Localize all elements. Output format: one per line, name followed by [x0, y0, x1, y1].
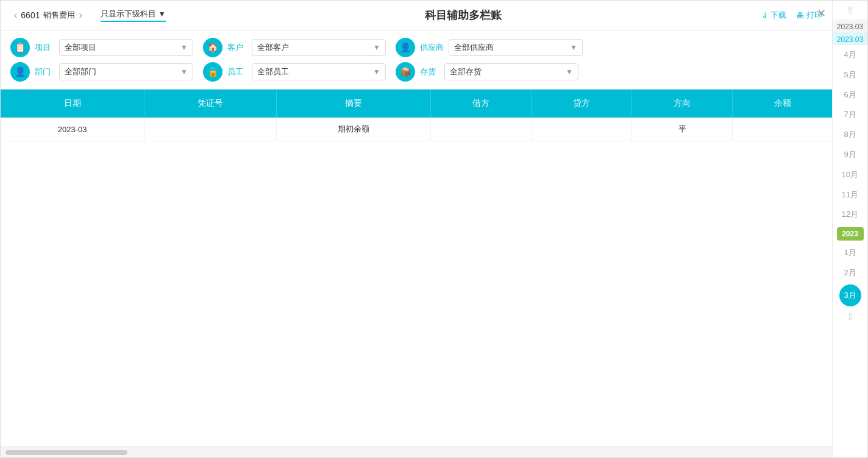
print-icon: 🖶 [796, 11, 804, 20]
month-12[interactable]: 12月 [833, 205, 867, 225]
cell-credit [531, 118, 631, 141]
prev-account-button[interactable]: ‹ [10, 9, 21, 22]
month-3-active[interactable]: 3月 [839, 284, 861, 306]
account-name: 销售费用 [43, 10, 75, 21]
cell-direction: 平 [632, 118, 733, 141]
month-nav-up-button[interactable]: ⇧ [833, 1, 867, 19]
month-navigator: ⇧ 2023.03 2023.03 4月 5月 6月 7月 8月 9月 10月 … [832, 1, 867, 458]
table-container: 日期 凭证号 摘要 借方 贷方 方向 余额 2023-03 期初余额 [1, 90, 832, 458]
content-area: ‹ 6601 销售费用 › 只显示下级科目 ▼ 科目辅助多栏账 ⇓ 下载 🖶 打… [1, 1, 867, 458]
month-2[interactable]: 2月 [833, 263, 867, 283]
col-date: 日期 [1, 90, 144, 118]
month-9[interactable]: 9月 [833, 145, 867, 165]
table-row: 2023-03 期初余额 平 [1, 118, 832, 141]
next-account-button[interactable]: › [75, 9, 85, 22]
employee-value: 全部员工 [257, 66, 289, 77]
filter-row-1: 📋 项目 全部项目 ▼ 🏠 客户 全部客户 ▼ 👤 [10, 38, 822, 57]
employee-icon: 🔒 [203, 62, 222, 82]
cell-date: 2023-03 [1, 118, 144, 141]
filter-area: 📋 项目 全部项目 ▼ 🏠 客户 全部客户 ▼ 👤 [1, 30, 832, 90]
inventory-select[interactable]: 全部存货 ▼ [444, 63, 578, 80]
col-balance: 余额 [733, 90, 832, 118]
dept-select[interactable]: 全部部门 ▼ [59, 63, 193, 80]
chevron-down-icon: ▼ [570, 43, 577, 52]
main-window: ‹ 6601 销售费用 › 只显示下级科目 ▼ 科目辅助多栏账 ⇓ 下载 🖶 打… [0, 0, 868, 458]
supplier-value: 全部供应商 [454, 42, 494, 53]
customer-value: 全部客户 [257, 42, 289, 53]
year-badge-2023[interactable]: 2023 [837, 227, 864, 241]
project-icon: 📋 [10, 38, 30, 57]
download-icon: ⇓ [761, 11, 768, 20]
horizontal-scrollbar[interactable] [1, 446, 832, 457]
supplier-label: 供应商 [420, 42, 444, 53]
project-value: 全部项目 [65, 42, 96, 53]
customer-icon: 🏠 [203, 38, 222, 57]
inventory-icon: 📦 [396, 62, 415, 82]
dept-icon: 👤 [10, 62, 30, 82]
top-bar: ‹ 6601 销售费用 › 只显示下级科目 ▼ 科目辅助多栏账 ⇓ 下载 🖶 打… [1, 1, 832, 30]
chevron-down-icon: ▼ [373, 68, 380, 76]
filter-inventory: 📦 存货 全部存货 ▼ [396, 62, 578, 82]
page-title: 科目辅助多栏账 [166, 8, 761, 23]
dept-value: 全部部门 [65, 66, 96, 77]
month-1[interactable]: 1月 [833, 243, 867, 263]
month-nav-down-button[interactable]: ⇩ [833, 308, 867, 326]
month-11[interactable]: 11月 [833, 185, 867, 205]
col-summary: 摘要 [276, 90, 430, 118]
inventory-label: 存货 [420, 66, 439, 77]
col-voucher: 凭证号 [144, 90, 276, 118]
supplier-icon: 👤 [396, 38, 415, 57]
month-5[interactable]: 5月 [833, 65, 867, 85]
filter-project: 📋 项目 全部项目 ▼ [10, 38, 193, 57]
project-label: 项目 [35, 42, 54, 53]
chevron-down-icon: ▼ [180, 43, 188, 52]
customer-label: 客户 [227, 42, 247, 53]
filter-employee: 🔒 员工 全部员工 ▼ [203, 62, 386, 82]
chevron-down-icon: ▼ [158, 10, 166, 18]
main-table: 日期 凭证号 摘要 借方 贷方 方向 余额 2023-03 期初余额 [1, 90, 832, 141]
project-select[interactable]: 全部项目 ▼ [59, 39, 193, 56]
account-code: 6601 [21, 10, 40, 20]
scroll-thumb[interactable] [5, 450, 127, 455]
account-code-box: 6601 销售费用 [21, 10, 75, 21]
download-button[interactable]: ⇓ 下载 [761, 10, 786, 21]
cell-balance [733, 118, 832, 141]
show-sub-label: 只显示下级科目 [101, 9, 156, 19]
show-sub-toggle[interactable]: 只显示下级科目 ▼ [101, 9, 166, 22]
month-10[interactable]: 10月 [833, 165, 867, 185]
chevron-down-icon: ▼ [373, 43, 380, 52]
cell-voucher [144, 118, 276, 141]
employee-select[interactable]: 全部员工 ▼ [252, 63, 386, 80]
chevron-down-icon: ▼ [566, 68, 573, 76]
month-7[interactable]: 7月 [833, 105, 867, 125]
filter-row-2: 👤 部门 全部部门 ▼ 🔒 员工 全部员工 ▼ 📦 [10, 62, 822, 82]
col-debit: 借方 [430, 90, 531, 118]
year-range-selected: 2023.03 [833, 32, 867, 45]
supplier-select[interactable]: 全部供应商 ▼ [449, 39, 583, 56]
month-6[interactable]: 6月 [833, 85, 867, 105]
cell-debit [430, 118, 531, 141]
chevron-down-icon: ▼ [180, 68, 188, 76]
col-direction: 方向 [632, 90, 733, 118]
filter-dept: 👤 部门 全部部门 ▼ [10, 62, 193, 82]
col-credit: 贷方 [531, 90, 631, 118]
close-button[interactable]: ✕ [817, 7, 826, 20]
download-label: 下载 [770, 10, 786, 21]
filter-customer: 🏠 客户 全部客户 ▼ [203, 38, 386, 57]
top-actions: ⇓ 下载 🖶 打印 [761, 10, 822, 21]
inventory-value: 全部存货 [450, 66, 482, 77]
employee-label: 员工 [227, 66, 247, 77]
table-header-row: 日期 凭证号 摘要 借方 贷方 方向 余额 [1, 90, 832, 118]
dept-label: 部门 [35, 66, 54, 77]
filter-supplier: 👤 供应商 全部供应商 ▼ [396, 38, 583, 57]
month-4[interactable]: 4月 [833, 45, 867, 65]
customer-select[interactable]: 全部客户 ▼ [252, 39, 386, 56]
month-8[interactable]: 8月 [833, 125, 867, 145]
year-range-top: 2023.03 [833, 19, 867, 32]
cell-summary: 期初余额 [276, 118, 430, 141]
